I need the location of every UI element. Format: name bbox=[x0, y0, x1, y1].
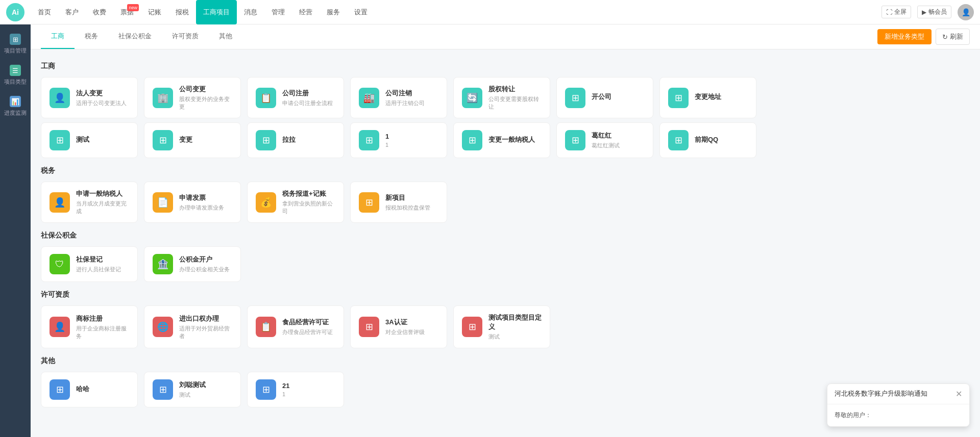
card-change[interactable]: ⊞ 变更 bbox=[144, 122, 241, 158]
tab-bar: 工商 税务 社保公积金 许可资质 其他 新增业务类型 ↻ 刷新 bbox=[31, 24, 980, 49]
tab-other[interactable]: 其他 bbox=[209, 24, 242, 49]
nav-home[interactable]: 首页 bbox=[31, 0, 58, 24]
user-avatar[interactable]: 👤 bbox=[958, 4, 974, 20]
apply-taxpayer-icon: 👤 bbox=[50, 192, 70, 213]
notif-title: 河北税务数字账户升级影响通知 bbox=[835, 389, 927, 399]
fund-account-icon: 🏦 bbox=[153, 254, 173, 274]
nav-settings[interactable]: 设置 bbox=[347, 0, 375, 24]
nav-service[interactable]: 服务 bbox=[320, 0, 347, 24]
card-name-tax-bookkeeping: 税务报道+记账 bbox=[282, 189, 335, 198]
nav-tickets[interactable]: 票据new bbox=[113, 0, 141, 24]
sidebar: ⊞ 项目管理 ☰ 项目类型 📊 进度监测 bbox=[0, 24, 31, 437]
vip-label: 畅会员 bbox=[928, 8, 947, 16]
card-1[interactable]: ⊞ 1 1 bbox=[350, 122, 447, 158]
card21-icon: ⊞ bbox=[256, 379, 276, 400]
card-change-address[interactable]: ⊞ 变更地址 bbox=[659, 77, 756, 118]
notif-close-button[interactable]: ✕ bbox=[955, 389, 962, 399]
company-register-icon: 📋 bbox=[256, 88, 276, 108]
card-qianqi-qq[interactable]: ⊞ 前期QQ bbox=[659, 122, 756, 158]
card-trademark[interactable]: 👤 商标注册 用于企业商标注册服务 bbox=[41, 305, 138, 348]
tab-social-insurance[interactable]: 社保公积金 bbox=[108, 24, 162, 49]
card-new-project[interactable]: ⊞ 新项目 报税加税控盘保管 bbox=[350, 182, 447, 223]
import-export-icon: 🌐 bbox=[153, 317, 173, 337]
card-name-equity-transfer: 股权转让 bbox=[488, 85, 542, 94]
fullscreen-button[interactable]: ⛶ 全屏 bbox=[881, 6, 911, 18]
card-fund-account[interactable]: 🏦 公积金开户 办理公积金相关业务 bbox=[144, 246, 241, 282]
test-icon: ⊞ bbox=[50, 130, 70, 150]
card-company-change[interactable]: 🏢 公司变更 股权变更外的业务变更 bbox=[144, 77, 241, 118]
fullscreen-icon: ⛶ bbox=[886, 9, 892, 16]
card-social-register[interactable]: 🛡 社保登记 进行人员社保登记 bbox=[41, 246, 138, 282]
vip-button[interactable]: ▶ 畅会员 bbox=[917, 6, 951, 18]
card-company-register[interactable]: 📋 公司注册 申请公司注册全流程 bbox=[247, 77, 344, 118]
nav-management[interactable]: 管理 bbox=[264, 0, 292, 24]
card-name-new-project: 新项目 bbox=[385, 193, 430, 202]
card-lala[interactable]: ⊞ 拉拉 bbox=[247, 122, 344, 158]
grid-icon: ⊞ bbox=[10, 34, 21, 45]
nav-billing[interactable]: 收费 bbox=[86, 0, 113, 24]
card-name-company-change: 公司变更 bbox=[179, 85, 232, 94]
card-haha[interactable]: ⊞ 哈哈 bbox=[41, 372, 138, 407]
test-type-def-icon: ⊞ bbox=[462, 317, 482, 337]
main-content: 工商 税务 社保公积金 许可资质 其他 新增业务类型 ↻ 刷新 工商 👤 法人变… bbox=[31, 24, 980, 437]
card-desc-fund-account: 办理公积金相关业务 bbox=[179, 266, 230, 273]
section-title-industrial: 工商 bbox=[41, 62, 970, 71]
add-type-button[interactable]: 新增业务类型 bbox=[877, 29, 932, 44]
card-ge-honghong[interactable]: ⊞ 葛红红 葛红红测试 bbox=[556, 122, 653, 158]
card-test-type-def[interactable]: ⊞ 测试项目类型目定义 测试 bbox=[453, 305, 550, 348]
top-nav-right: ⛶ 全屏 ▶ 畅会员 👤 bbox=[881, 4, 974, 20]
card-name-company-cancel: 公司注销 bbox=[385, 89, 425, 98]
card-import-export[interactable]: 🌐 进出口权办理 适用于对外贸易经营者 bbox=[144, 305, 241, 348]
card-desc-food-permit: 办理食品经营许可证 bbox=[282, 328, 333, 336]
card-desc-equity-transfer: 公司变更需要股权转让 bbox=[488, 95, 542, 111]
card-change-taxpayer[interactable]: ⊞ 变更一般纳税人 bbox=[453, 122, 550, 158]
company-cancel-icon: 🏭 bbox=[359, 88, 379, 108]
sidebar-label-project-manage: 项目管理 bbox=[4, 47, 27, 55]
card-company-cancel[interactable]: 🏭 公司注销 适用于注销公司 bbox=[350, 77, 447, 118]
card-name-test-type-def: 测试项目类型目定义 bbox=[488, 313, 542, 331]
refresh-label: 刷新 bbox=[950, 32, 963, 41]
legal-change-icon: 👤 bbox=[50, 88, 70, 108]
cards-grid-industrial: 👤 法人变更 适用于公司变更法人 🏢 公司变更 股权变更外的业务变更 📋 公司注… bbox=[41, 77, 970, 118]
nav-tax[interactable]: 报税 bbox=[168, 0, 196, 24]
nav-menu: 首页 客户 收费 票据new 记账 报税 工商项目 消息 管理 经营 服务 设置 bbox=[31, 0, 881, 24]
tab-industrial[interactable]: 工商 bbox=[41, 24, 75, 49]
nav-message[interactable]: 消息 bbox=[237, 0, 264, 24]
refresh-icon: ↻ bbox=[942, 33, 948, 41]
card-food-permit[interactable]: 📋 食品经营许可证 办理食品经营许可证 bbox=[247, 305, 344, 348]
card-open-company[interactable]: ⊞ 开公司 bbox=[556, 77, 653, 118]
sidebar-item-project-type[interactable]: ☰ 项目类型 bbox=[0, 60, 31, 91]
card-apply-taxpayer[interactable]: 👤 申请一般纳税人 当月或次月成变更完成 bbox=[41, 182, 138, 223]
card-tax-bookkeeping[interactable]: 💰 税务报道+记账 拿到营业执照的新公司 bbox=[247, 182, 344, 223]
card-name-social-register: 社保登记 bbox=[76, 255, 121, 264]
card-test[interactable]: ⊞ 测试 bbox=[41, 122, 138, 158]
section-title-tax: 税务 bbox=[41, 166, 970, 175]
open-company-icon: ⊞ bbox=[565, 88, 585, 108]
section-title-license: 许可资质 bbox=[41, 290, 970, 299]
card-apply-invoice[interactable]: 📄 申请发票 办理申请发票业务 bbox=[144, 182, 241, 223]
tab-license[interactable]: 许可资质 bbox=[162, 24, 209, 49]
tab-tax[interactable]: 税务 bbox=[75, 24, 108, 49]
card-desc-import-export: 适用于对外贸易经营者 bbox=[179, 325, 232, 340]
card-21[interactable]: ⊞ 21 1 bbox=[247, 372, 344, 407]
nav-operation[interactable]: 经营 bbox=[292, 0, 320, 24]
sidebar-item-progress[interactable]: 📊 进度监测 bbox=[0, 91, 31, 122]
sidebar-label-project-type: 项目类型 bbox=[4, 78, 27, 86]
food-permit-icon: 📋 bbox=[256, 317, 276, 337]
card-legal-change[interactable]: 👤 法人变更 适用于公司变更法人 bbox=[41, 77, 138, 118]
chart-icon: 📊 bbox=[10, 96, 21, 107]
cards-grid-license: 👤 商标注册 用于企业商标注册服务 🌐 进出口权办理 适用于对外贸易经营者 📋 … bbox=[41, 305, 970, 348]
qianqi-qq-icon: ⊞ bbox=[668, 130, 689, 150]
card-desc-test-type-def: 测试 bbox=[488, 333, 542, 341]
card-equity-transfer[interactable]: 🔄 股权转让 公司变更需要股权转让 bbox=[453, 77, 550, 118]
card-liucong-test[interactable]: ⊞ 刘聪测试 测试 bbox=[144, 372, 241, 407]
refresh-button[interactable]: ↻ 刷新 bbox=[936, 29, 970, 45]
fullscreen-label: 全屏 bbox=[894, 8, 906, 16]
tax-bookkeeping-icon: 💰 bbox=[256, 192, 276, 213]
nav-bookkeeping[interactable]: 记账 bbox=[141, 0, 168, 24]
card-3a-cert[interactable]: ⊞ 3A认证 对企业信誉评级 bbox=[350, 305, 447, 348]
sidebar-item-project-manage[interactable]: ⊞ 项目管理 bbox=[0, 29, 31, 60]
nav-industrial[interactable]: 工商项目 bbox=[196, 0, 237, 24]
nav-customer[interactable]: 客户 bbox=[58, 0, 86, 24]
card-desc-new-project: 报税加税控盘保管 bbox=[385, 204, 430, 212]
